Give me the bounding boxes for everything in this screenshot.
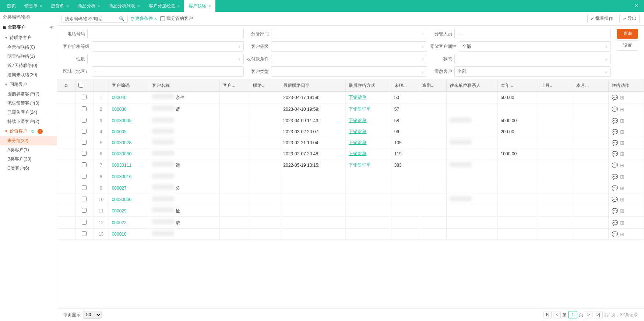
grid-action-icon[interactable]: ⊞: [620, 174, 624, 180]
close-tab-customer-mgmt-icon[interactable]: ×: [177, 4, 180, 8]
page-size-select[interactable]: 50 100 200: [83, 311, 102, 319]
row-checkbox[interactable]: [82, 129, 87, 134]
nature-select[interactable]: ∨: [87, 54, 244, 64]
row-code[interactable]: 000022: [109, 217, 149, 229]
row-checkbox-cell[interactable]: [75, 205, 93, 217]
select-all-checkbox[interactable]: [78, 83, 83, 88]
chat-icon[interactable]: 💬: [612, 151, 618, 157]
all-customers-header[interactable]: ⊞ 全部客户 ≪: [0, 22, 57, 33]
col-last-month[interactable]: 上月...: [538, 80, 573, 92]
search-bar[interactable]: 🔍: [61, 15, 128, 23]
row-checkbox[interactable]: [82, 174, 87, 179]
close-tab-purchase-icon[interactable]: ×: [66, 4, 68, 8]
grid-action-icon[interactable]: ⊞: [620, 197, 624, 202]
sidebar-item-class-a[interactable]: A类客户(1): [0, 145, 57, 155]
row-code[interactable]: 000040: [109, 92, 149, 103]
row-last-method[interactable]: 下销货单: [346, 148, 391, 159]
refresh-icon[interactable]: ↻: [30, 129, 35, 134]
row-code[interactable]: 000018: [109, 229, 149, 240]
row-checkbox-cell[interactable]: [75, 103, 93, 115]
row-checkbox-cell[interactable]: [75, 126, 93, 137]
nav-tab-sales[interactable]: 销售单 ×: [20, 0, 46, 12]
query-button[interactable]: 查询: [617, 29, 638, 39]
dept-select[interactable]: ∨: [271, 29, 427, 39]
row-code[interactable]: 000029: [109, 205, 149, 217]
sidebar-item-7days[interactable]: 近7天待联络(0): [0, 61, 57, 70]
row-code[interactable]: 000027: [109, 182, 149, 194]
prev-page-button[interactable]: <: [553, 311, 561, 318]
col-name[interactable]: 客户名称: [149, 80, 220, 92]
batch-ops-button[interactable]: ✓ 批量操作: [587, 14, 616, 23]
grid-action-icon[interactable]: ⊞: [620, 95, 624, 100]
chat-icon[interactable]: 💬: [612, 140, 618, 146]
row-checkbox[interactable]: [82, 95, 87, 99]
sidebar-item-loss-warning[interactable]: 流失预警客户(3): [0, 99, 57, 108]
row-checkbox-cell[interactable]: [75, 137, 93, 148]
manager-input[interactable]: ···: [454, 29, 611, 39]
col-code[interactable]: 客户编码: [109, 80, 149, 92]
sidebar-group-value-customers[interactable]: ▼ 价值客户 ↻ !: [0, 126, 57, 136]
chat-icon[interactable]: 💬: [612, 174, 618, 180]
row-code[interactable]: 000038: [109, 103, 149, 115]
nav-home[interactable]: 首页: [3, 0, 20, 12]
export-button[interactable]: ↗ 导出: [619, 14, 640, 23]
status-select[interactable]: ∨: [454, 54, 611, 64]
row-checkbox[interactable]: [82, 220, 87, 225]
nav-tab-purchase[interactable]: 进货单 ×: [46, 0, 73, 12]
next-page-button[interactable]: >: [585, 311, 592, 318]
chat-icon[interactable]: 💬: [612, 185, 618, 191]
row-checkbox[interactable]: [82, 197, 87, 201]
grid-action-icon[interactable]: ⊞: [620, 208, 624, 214]
row-last-method[interactable]: 下销货单: [346, 115, 391, 126]
row-last-method[interactable]: 下销货单: [346, 137, 391, 148]
row-last-method[interactable]: 下销售订单: [346, 159, 391, 171]
retail-attr-select[interactable]: 全部 ∨: [459, 41, 611, 52]
sidebar-search-bar[interactable]: 🔍: [0, 12, 57, 22]
customer-level-select[interactable]: ∨: [271, 41, 427, 52]
sidebar-item-abnormal-hoard[interactable]: 囤购异常客户(2): [0, 89, 57, 99]
col-company-contact[interactable]: 往来单位联系人: [447, 80, 497, 92]
grid-action-icon[interactable]: ⊞: [620, 140, 624, 146]
chat-icon[interactable]: 💬: [612, 231, 618, 237]
row-code[interactable]: 000005: [109, 126, 149, 137]
col-settings[interactable]: ⚙: [57, 80, 75, 92]
col-overdue[interactable]: 逾期...: [419, 80, 447, 92]
col-contact[interactable]: 联络...: [250, 80, 280, 92]
search-input[interactable]: [65, 16, 117, 21]
row-checkbox-cell[interactable]: [75, 115, 93, 126]
grid-action-icon[interactable]: ⊞: [620, 220, 624, 226]
close-tab-analysis-list-icon[interactable]: ×: [137, 4, 140, 8]
reset-button[interactable]: 设置: [617, 40, 638, 51]
row-checkbox[interactable]: [82, 151, 87, 156]
last-page-button[interactable]: >|: [594, 311, 603, 318]
chat-icon[interactable]: 💬: [612, 118, 618, 124]
nav-tab-analysis[interactable]: 商品分析 ×: [73, 0, 104, 12]
grid-action-icon[interactable]: ⊞: [620, 231, 624, 237]
row-checkbox-cell[interactable]: [75, 229, 93, 240]
close-tab-sales-icon[interactable]: ×: [40, 4, 42, 8]
first-page-button[interactable]: K: [543, 311, 552, 318]
chat-icon[interactable]: 💬: [612, 162, 618, 168]
row-checkbox-cell[interactable]: [75, 159, 93, 171]
row-last-method[interactable]: 下销货单: [346, 126, 391, 137]
row-last-method[interactable]: 下销货单: [346, 92, 391, 103]
col-checkbox[interactable]: [75, 80, 93, 92]
customer-type-select[interactable]: ∨: [271, 66, 427, 77]
chat-icon[interactable]: 💬: [612, 197, 618, 202]
row-last-method[interactable]: 下销售订单: [346, 103, 391, 115]
retail-customer-select[interactable]: 全部 ∨: [454, 66, 611, 77]
row-checkbox-cell[interactable]: [75, 148, 93, 159]
my-customers-filter[interactable]: 我分管的客户: [160, 15, 193, 22]
sidebar-search-input[interactable]: [3, 14, 57, 20]
grid-action-icon[interactable]: ⊞: [620, 185, 624, 191]
row-checkbox[interactable]: [82, 162, 87, 167]
row-checkbox-cell[interactable]: [75, 171, 93, 182]
col-not-contacted[interactable]: 未联...: [391, 80, 419, 92]
nav-tab-analysis-list[interactable]: 商品分析列表 ×: [104, 0, 144, 12]
grid-action-icon[interactable]: ⊞: [620, 162, 624, 168]
row-code[interactable]: 00030111: [109, 159, 149, 171]
col-type[interactable]: 客户...: [220, 80, 250, 92]
sidebar-item-lost[interactable]: 已流失客户(24): [0, 108, 57, 117]
nav-tab-customer-mgmt[interactable]: 客户分层经营 ×: [144, 0, 184, 12]
chat-icon[interactable]: 💬: [612, 220, 618, 226]
